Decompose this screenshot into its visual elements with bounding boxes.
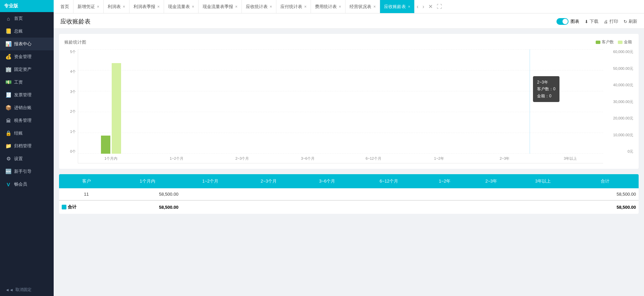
sidebar-label-salary: 工资 (14, 79, 23, 85)
tab-business-stat-close[interactable]: × (373, 4, 376, 9)
assets-icon: 🏢 (5, 66, 11, 72)
total-icon-square (62, 205, 66, 209)
app-logo: 专业版 (0, 0, 54, 12)
sidebar-item-inventory[interactable]: 📦 进销台账 (0, 101, 54, 114)
footer-m3-6 (298, 200, 356, 214)
footer-label-text: 合计 (68, 204, 76, 210)
download-button[interactable]: ⬇ 下载 (585, 18, 598, 24)
settings-icon: ⚙ (5, 156, 11, 162)
legend-amount-label: 金额 (624, 39, 632, 45)
tab-payable-stat[interactable]: 应付统计表 × (276, 0, 311, 13)
legend-customers-color (596, 41, 600, 44)
tab-home[interactable]: 首页 (56, 0, 73, 13)
footer-y3plus (515, 200, 571, 214)
sidebar-item-tax[interactable]: 🏛 税务管理 (0, 114, 54, 127)
bar-customers-0 (101, 136, 110, 154)
sidebar-item-reports[interactable]: 📊 报表中心 (0, 38, 54, 50)
cell-m2-3 (239, 188, 298, 200)
tab-new-voucher[interactable]: 新增凭证 × (73, 0, 104, 13)
chart-wrapper: 5个 4个 3个 2个 1个 0个 (64, 49, 633, 163)
sidebar-label-reports: 报表中心 (14, 41, 32, 47)
cell-total: 58,500.00 (571, 188, 639, 200)
sidebar-item-close[interactable]: 🔒 结账 (0, 127, 54, 140)
tab-profit-quarterly-label: 利润表季报 (133, 4, 155, 10)
tab-prev-button[interactable]: ‹ (415, 0, 420, 13)
tab-cashflow-quarterly[interactable]: 现金流量表季报 × (199, 0, 242, 13)
funds-icon: 💰 (5, 54, 11, 60)
sidebar-item-invoice[interactable]: 🧾 发票管理 (0, 89, 54, 101)
print-button[interactable]: 🖨 打印 (604, 18, 618, 24)
unpin-label: 取消固定 (15, 287, 32, 293)
tab-profit-close[interactable]: × (123, 4, 125, 9)
footer-label: 合计 (59, 200, 114, 214)
footer-m2-3 (239, 200, 298, 214)
sidebar-item-salary[interactable]: 💵 工资 (0, 76, 54, 89)
tab-new-voucher-label: 新增凭证 (77, 4, 95, 10)
chart-title: 账龄统计图 (64, 39, 633, 45)
header-actions: 图表 ⬇ 下载 🖨 打印 ↻ 刷新 (556, 18, 637, 25)
tab-new-voucher-close[interactable]: × (97, 4, 99, 9)
footer-m1-2 (181, 200, 239, 214)
tab-profit-label: 利润表 (108, 4, 121, 10)
tab-business-stat[interactable]: 经营状况表 × (345, 0, 380, 13)
chart-toggle[interactable]: 图表 (556, 18, 579, 25)
content-area: 账龄统计图 客户数 金额 5个 4个 3个 2个 1个 (54, 29, 644, 296)
tab-expense-stat-close[interactable]: × (339, 4, 341, 9)
refresh-button[interactable]: ↻ 刷新 (624, 18, 637, 24)
unpin-button[interactable]: ◄◄ 取消固定 (0, 284, 54, 296)
cell-m1-2 (181, 188, 239, 200)
tab-cashflow-quarterly-label: 现金流量表季报 (203, 4, 233, 10)
sidebar-item-assets[interactable]: 🏢 固定资产 (0, 63, 54, 76)
table-footer-row: 合计 58,500.00 58,500.00 (59, 200, 639, 214)
x-label-2: 2~3个月 (209, 154, 275, 163)
tab-profit[interactable]: 利润表 × (104, 0, 129, 13)
tab-close-all-button[interactable]: ✕ (426, 0, 435, 13)
sidebar-item-archive[interactable]: 📁 归档管理 (0, 140, 54, 152)
y-axis-left: 5个 4个 3个 2个 1个 0个 (64, 49, 78, 163)
sidebar-item-funds[interactable]: 💰 资金管理 (0, 50, 54, 63)
col-m2-3: 2~3个月 (239, 174, 298, 188)
chart-section: 账龄统计图 客户数 金额 5个 4个 3个 2个 1个 (59, 34, 639, 169)
tab-receivable-stat-close[interactable]: × (270, 4, 272, 9)
x-label-1: 1~2个月 (144, 154, 210, 163)
refresh-label: 刷新 (629, 18, 637, 24)
tab-receivable-stat-label: 应收统计表 (246, 4, 268, 10)
x-label-3: 3~6个月 (275, 154, 341, 163)
tab-aging-close[interactable]: × (408, 4, 410, 9)
refresh-icon: ↻ (624, 19, 627, 24)
sidebar-label-funds: 资金管理 (14, 54, 32, 60)
tab-cashflow-quarterly-close[interactable]: × (235, 4, 237, 9)
tab-next-button[interactable]: › (420, 0, 426, 13)
sidebar-item-home[interactable]: ⌂ 首页 (0, 12, 54, 25)
tab-receivable-stat[interactable]: 应收统计表 × (242, 0, 276, 13)
tab-profit-quarterly-close[interactable]: × (157, 4, 160, 9)
tab-maximize-button[interactable]: ⛶ (435, 0, 444, 13)
sidebar-label-ledger: 总账 (14, 28, 23, 34)
toggle-knob[interactable] (556, 18, 569, 25)
close-accounts-icon: 🔒 (5, 130, 11, 136)
member-icon: V (5, 182, 11, 187)
chart-area: 2~3年 客户数：0 金额：0 1个月内 1~2个月 2~3个月 3~6个月 (78, 49, 603, 163)
sidebar: 专业版 ⌂ 首页 📒 总账 📊 报表中心 💰 资金管理 🏢 固定资产 💵 工资 … (0, 0, 54, 296)
sidebar-item-guide[interactable]: 🆕 新手引导 (0, 165, 54, 178)
tab-expense-stat[interactable]: 费用统计表 × (311, 0, 345, 13)
tab-payable-stat-close[interactable]: × (304, 4, 307, 9)
cell-y2-3 (468, 188, 515, 200)
sidebar-item-ledger[interactable]: 📒 总账 (0, 25, 54, 38)
tab-aging[interactable]: 应收账龄表 × (380, 0, 415, 13)
sidebar-item-member[interactable]: V 畅会员 (0, 178, 54, 191)
tab-cashflow-close[interactable]: × (192, 4, 194, 9)
bar-amount-0 (112, 63, 121, 154)
col-m6-12: 6~12个月 (356, 174, 421, 188)
sidebar-label-inventory: 进销台账 (14, 105, 32, 111)
print-label: 打印 (609, 18, 618, 24)
sidebar-item-settings[interactable]: ⚙ 设置 (0, 152, 54, 165)
tab-cashflow[interactable]: 现金流量表 × (164, 0, 199, 13)
unpin-icon: ◄◄ (5, 288, 13, 292)
sidebar-label-tax: 税务管理 (14, 117, 32, 124)
tab-profit-quarterly[interactable]: 利润表季报 × (129, 0, 164, 13)
tab-expense-stat-label: 费用统计表 (315, 4, 337, 10)
tab-bar: 首页 新增凭证 × 利润表 × 利润表季报 × 现金流量表 × 现金流量表季报 … (54, 0, 644, 13)
tab-home-label: 首页 (60, 4, 69, 10)
home-icon: ⌂ (5, 16, 11, 21)
